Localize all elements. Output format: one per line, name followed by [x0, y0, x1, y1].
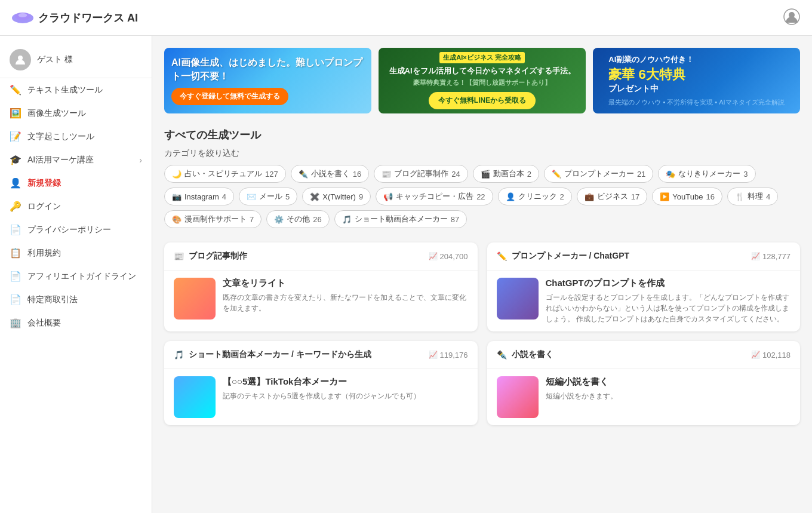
chatgpt-prompt-desc: ゴールを設定するとプロンプトを生成します。「どんなプロンプトを作成すればいいかわ…	[546, 292, 791, 324]
cooking-cat-label: 料理	[748, 191, 763, 202]
blog-section-icon: 📰	[174, 251, 184, 261]
blog-section-header: 📰 ブログ記事制作 📈 204,700	[164, 242, 478, 271]
sidebar-item-text-tool[interactable]: ✏️ テキスト生成ツール	[0, 78, 152, 102]
login-label: ログイン	[27, 201, 61, 212]
business-cat-icon: 💼	[585, 192, 594, 201]
banner-2-main-text: 生成AIをフル活用して今日からマネタイズする手法。	[389, 66, 576, 76]
sidebar-item-company[interactable]: 🏢 会社概要	[0, 311, 152, 334]
terms-label: 利用規約	[27, 248, 61, 259]
category-badge-mail[interactable]: ✉️ メール 5	[239, 188, 297, 205]
sidebar-user: ゲスト 様	[0, 42, 152, 78]
other-cat-icon: ⚙️	[274, 215, 284, 224]
rewrite-info: 文章をリライト 既存の文章の書き方を変えたり、新たなワードを加えることで、文章に…	[223, 278, 468, 320]
other-cat-count: 26	[313, 215, 321, 224]
category-badge-script[interactable]: 🎬 動画台本 2	[473, 165, 539, 183]
short-section-header: 🎵 ショート動画台本メーカー / キーワードから生成 📈 119,176	[164, 341, 478, 369]
category-badge-blog[interactable]: 📰 ブログ記事制作 24	[374, 165, 467, 183]
blog-section-count: 📈 204,700	[429, 252, 468, 261]
fortune-cat-label: 占い・スピリチュアル	[184, 168, 262, 179]
sidebar: ゲスト 様 ✏️ テキスト生成ツール 🖼️ 画像生成ツール 📝 文字起こしツール…	[0, 36, 152, 513]
banner-2-badge: 生成AI×ビジネス 完全攻略	[439, 52, 524, 63]
sidebar-item-terms[interactable]: 📋 利用規約	[0, 241, 152, 265]
category-badge-fortune[interactable]: 🌙 占い・スピリチュアル 127	[164, 165, 286, 183]
sidebar-item-transcription-tool[interactable]: 📝 文字起こしツール	[0, 125, 152, 148]
prompt-section-name: ✏️ プロンプトメーカー / ChatGPT	[497, 251, 630, 262]
tool-section-short-section: 🎵 ショート動画台本メーカー / キーワードから生成 📈 119,176 【○○…	[164, 341, 478, 425]
roleplay-cat-count: 3	[743, 170, 748, 179]
tools-grid: 📰 ブログ記事制作 📈 204,700 文章をリライト 既存の文章の書き方を変え…	[164, 242, 800, 425]
category-badge-short-video[interactable]: 🎵 ショート動画台本メーカー 87	[334, 210, 467, 228]
banner-monetize[interactable]: 生成AI×ビジネス 完全攻略 生成AIをフル活用して今日からマネタイズする手法。…	[379, 48, 586, 113]
account-icon	[783, 8, 800, 25]
category-badge-instagram[interactable]: 📷 Instagram 4	[164, 188, 234, 205]
category-badge-twitter[interactable]: ✖️ X(Twitter) 9	[302, 188, 371, 205]
category-badge-catchcopy[interactable]: 📢 キャッチコピー・広告 22	[376, 188, 493, 205]
category-badge-other[interactable]: ⚙️ その他 26	[266, 210, 329, 228]
banner-1-button[interactable]: 今すぐ登録して無料で生成する	[171, 88, 288, 105]
text-tool-icon: ✏️	[10, 84, 21, 96]
tool-item-short-novel[interactable]: 短編小説を書く 短編小説をかきます。	[487, 369, 801, 425]
manga-cat-count: 7	[250, 215, 254, 224]
section-title: すべての生成ツール	[164, 128, 800, 142]
cooking-cat-icon: 🍴	[735, 192, 745, 201]
sidebar-item-affiliate[interactable]: 📄 アフィリエイトガイドライン	[0, 265, 152, 288]
category-badge-business[interactable]: 💼 ビジネス 17	[577, 188, 647, 205]
account-button[interactable]	[783, 8, 800, 27]
logo[interactable]: クラウドワークス AI	[12, 11, 138, 25]
sidebar-item-login[interactable]: 🔑 ログイン	[0, 195, 152, 218]
manga-cat-icon: 🎨	[172, 215, 182, 224]
banner-1-main-text: AI画像生成、はじめました。難しいプロンプト一切不要！	[171, 56, 364, 83]
logo-text: クラウドワークス AI	[38, 11, 138, 25]
tool-item-tiktok[interactable]: 【○○5選】TikTok台本メーカー 記事のテキストから5選を作成します（何のジ…	[164, 369, 478, 425]
banner-2-button[interactable]: 今すぐ無料LINEから受取る	[429, 92, 536, 109]
category-badge-prompt[interactable]: ✏️ プロンプトメーカー 21	[544, 165, 653, 183]
novel-section-count-value: 102,118	[762, 351, 791, 360]
new-register-icon: 👤	[10, 177, 21, 189]
prompt-section-count: 📈 128,777	[751, 252, 791, 261]
sidebar-item-image-tool[interactable]: 🖼️ 画像生成ツール	[0, 102, 152, 125]
sidebar-item-privacy[interactable]: 📄 プライバシーポリシー	[0, 218, 152, 241]
category-badge-clinic[interactable]: 👤 クリニック 2	[498, 188, 572, 205]
sidebar-item-commerce[interactable]: 📄 特定商取引法	[0, 288, 152, 311]
banner-6gifts[interactable]: AI副業のノウハウ付き！ 豪華 6大特典 プレゼント中 最先端のノウハウ • 不…	[593, 48, 800, 113]
prompt-cat-count: 21	[637, 170, 645, 179]
tool-item-chatgpt-prompt[interactable]: ChatGPTのプロンプトを作成 ゴールを設定するとプロンプトを生成します。「ど…	[487, 271, 801, 331]
roleplay-cat-icon: 🎭	[666, 170, 675, 179]
blog-section-name: 📰 ブログ記事制作	[174, 251, 247, 262]
sidebar-item-new-register[interactable]: 👤 新規登録	[0, 171, 152, 195]
tiktok-info: 【○○5選】TikTok台本メーカー 記事のテキストから5選を作成します（何のジ…	[223, 376, 468, 418]
short-novel-desc: 短編小説をかきます。	[546, 391, 791, 401]
banners-container: AI画像生成、はじめました。難しいプロンプト一切不要！ 今すぐ登録して無料で生成…	[164, 48, 800, 113]
short-novel-name: 短編小説を書く	[546, 376, 791, 388]
instagram-cat-icon: 📷	[172, 192, 182, 201]
novel-section-icon: ✒️	[497, 350, 507, 360]
short-section-label: ショート動画台本メーカー / キーワードから生成	[189, 349, 371, 360]
category-badge-youtube[interactable]: ▶️ YouTube 16	[652, 188, 722, 205]
tool-section-novel-section: ✒️ 小説を書く 📈 102,118 短編小説を書く 短編小説をかきます。	[487, 341, 801, 425]
tool-item-rewrite[interactable]: 文章をリライト 既存の文章の書き方を変えたり、新たなワードを加えることで、文章に…	[164, 271, 478, 327]
category-badge-novel[interactable]: ✒️ 小説を書く 16	[291, 165, 369, 183]
prompt-section-label: プロンプトメーカー / ChatGPT	[512, 251, 630, 262]
ai-lecture-icon: 🎓	[10, 154, 21, 165]
banner-3-top-text: AI副業のノウハウ付き！	[608, 54, 784, 65]
image-tool-icon: 🖼️	[10, 107, 21, 119]
blog-section-label: ブログ記事制作	[189, 251, 247, 262]
banner-ai-image[interactable]: AI画像生成、はじめました。難しいプロンプト一切不要！ 今すぐ登録して無料で生成…	[164, 48, 371, 113]
category-badge-manga[interactable]: 🎨 漫画制作サポート 7	[164, 210, 262, 228]
sidebar-item-ai-lecture[interactable]: 🎓 AI活用マーケ講座 ›	[0, 148, 152, 171]
login-icon: 🔑	[10, 201, 21, 212]
header: クラウドワークス AI	[0, 0, 812, 36]
category-badge-cooking[interactable]: 🍴 料理 4	[727, 188, 778, 205]
filter-label: カテゴリを絞り込む	[164, 148, 800, 159]
short-video-cat-icon: 🎵	[342, 215, 352, 224]
prompt-section-icon: ✏️	[497, 251, 507, 261]
banner-3-highlight: 豪華 6大特典	[608, 66, 784, 84]
novel-section-header: ✒️ 小説を書く 📈 102,118	[487, 341, 801, 369]
affiliate-label: アフィリエイトガイドライン	[27, 271, 136, 282]
blog-cat-label: ブログ記事制作	[394, 168, 448, 179]
tool-section-blog-section: 📰 ブログ記事制作 📈 204,700 文章をリライト 既存の文章の書き方を変え…	[164, 242, 478, 331]
cooking-cat-count: 4	[766, 192, 770, 201]
category-badge-roleplay[interactable]: 🎭 なりきりメーカー 3	[658, 165, 755, 183]
category-filters: 🌙 占い・スピリチュアル 127 ✒️ 小説を書く 16 📰 ブログ記事制作 2…	[164, 165, 800, 228]
prompt-section-count-value: 128,777	[762, 252, 791, 261]
